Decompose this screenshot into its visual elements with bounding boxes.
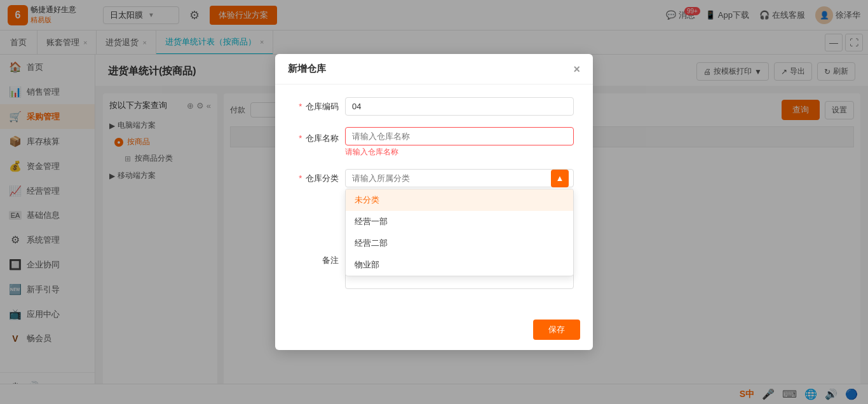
category-input[interactable] xyxy=(345,169,574,187)
form-row-code: * 仓库编码 xyxy=(294,97,574,116)
form-row-name: * 仓库名称 请输入仓库名称 xyxy=(294,127,574,158)
category-toggle-icon[interactable]: ▲ xyxy=(551,170,569,187)
dialog-close-icon[interactable]: × xyxy=(573,64,580,75)
dropdown-item-property[interactable]: 物业部 xyxy=(346,254,573,276)
name-input[interactable] xyxy=(345,127,574,145)
dropdown-item-ops1[interactable]: 经营一部 xyxy=(346,211,573,232)
dialog-body: * 仓库编码 * 仓库名称 请输入仓库名称 xyxy=(275,84,593,313)
dialog-header: 新增仓库 × xyxy=(275,54,593,84)
code-input[interactable] xyxy=(345,97,574,116)
dialog-footer: 保存 xyxy=(275,313,593,350)
category-dropdown: 未分类 经营一部 经营二部 物业部 xyxy=(345,189,574,276)
name-error-message: 请输入仓库名称 xyxy=(345,147,398,156)
dialog-title: 新增仓库 xyxy=(288,63,326,75)
new-warehouse-dialog: 新增仓库 × * 仓库编码 * 仓库名称 xyxy=(275,54,593,350)
modal-overlay[interactable]: 新增仓库 × * 仓库编码 * 仓库名称 xyxy=(0,0,868,404)
name-label: * 仓库名称 xyxy=(294,129,345,144)
code-label: * 仓库编码 xyxy=(294,97,345,112)
dropdown-item-ops2[interactable]: 经营二部 xyxy=(346,232,573,254)
save-button[interactable]: 保存 xyxy=(533,320,580,340)
dropdown-item-unclassified[interactable]: 未分类 xyxy=(346,189,573,211)
category-select-wrap: ▲ xyxy=(345,169,574,187)
remark-label: 备注 xyxy=(294,251,345,266)
form-row-category: * 仓库分类 ▲ 未分类 经营一部 经营二部 物业部 xyxy=(294,169,574,187)
category-label: * 仓库分类 xyxy=(294,169,345,184)
